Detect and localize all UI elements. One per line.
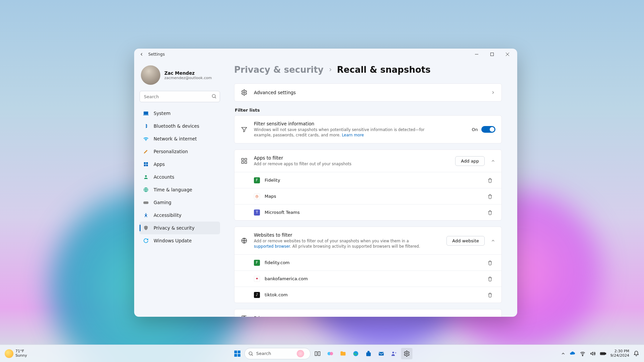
svg-rect-20 (234, 354, 237, 356)
maximize-button[interactable] (484, 49, 500, 60)
outlook-button[interactable] (375, 348, 387, 359)
back-button[interactable] (136, 49, 147, 60)
teams-button[interactable] (388, 348, 399, 359)
battery-tray-icon[interactable] (600, 350, 606, 357)
svg-rect-35 (601, 353, 604, 354)
sidebar-item-gaming[interactable]: Gaming (140, 196, 220, 209)
close-button[interactable] (500, 49, 515, 60)
weather-widget[interactable]: 71°F Sunny (0, 349, 27, 358)
sidebar-item-update[interactable]: Windows Update (140, 234, 220, 247)
sidebar-item-apps[interactable]: Apps (140, 158, 220, 171)
app-row: ◎ Maps (234, 188, 501, 204)
shield-icon (143, 225, 149, 231)
svg-rect-14 (245, 159, 247, 161)
bluetooth-icon (143, 123, 149, 129)
svg-point-11 (146, 213, 147, 214)
settings-taskbar-button[interactable] (401, 348, 412, 359)
svg-point-26 (330, 352, 333, 355)
avatar (141, 65, 160, 85)
svg-rect-18 (234, 350, 237, 353)
search-input[interactable] (140, 91, 220, 102)
chevron-up-icon[interactable] (491, 159, 495, 163)
svg-point-31 (406, 353, 408, 354)
taskbar-search[interactable]: Search (245, 348, 311, 359)
chevron-up-icon[interactable] (491, 238, 495, 243)
app-icon: F (254, 177, 260, 183)
svg-point-29 (392, 352, 394, 353)
learn-more-link[interactable]: Learn more (342, 133, 364, 137)
wifi-tray-icon[interactable] (580, 351, 586, 357)
breadcrumb-parent[interactable]: Privacy & security (234, 65, 324, 75)
filter-sensitive-card: Filter sensitive information Windows wil… (234, 115, 502, 143)
page-title: Recall & snapshots (337, 65, 431, 75)
task-view-button[interactable] (312, 348, 323, 359)
wifi-icon (143, 136, 149, 142)
search-highlight-icon (297, 350, 304, 357)
sensitive-toggle[interactable] (481, 126, 495, 133)
svg-rect-24 (318, 352, 320, 356)
window-title: Settings (148, 52, 165, 57)
laptop-icon (143, 110, 149, 116)
supported-browser-link[interactable]: supported browser (254, 244, 290, 249)
app-row: T Microsoft Teams (234, 204, 501, 220)
svg-rect-4 (143, 115, 149, 116)
minimize-button[interactable] (469, 49, 484, 60)
site-row: ✦ bankofamerica.com (234, 270, 501, 287)
chevron-right-icon (328, 67, 333, 72)
edge-button[interactable] (350, 348, 361, 359)
delete-button[interactable] (487, 210, 495, 215)
copilot-button[interactable] (324, 348, 336, 359)
chevron-right-icon (491, 90, 495, 95)
sidebar-item-personalization[interactable]: Personalization (140, 145, 220, 158)
section-filter-lists: Filter lists (235, 108, 502, 113)
globe-icon (240, 237, 248, 244)
profile-block[interactable]: Zac Mendez zacmendez@outlook.com (140, 63, 220, 89)
volume-tray-icon[interactable] (590, 351, 596, 357)
svg-point-30 (395, 352, 396, 353)
accessibility-icon (143, 212, 149, 218)
funnel-icon (240, 126, 248, 133)
sidebar-item-accounts[interactable]: Accounts (140, 171, 220, 183)
sidebar-item-network[interactable]: Network & internet (140, 132, 220, 145)
add-app-button[interactable]: Add app (455, 156, 485, 166)
svg-rect-5 (144, 162, 146, 164)
notifications-tray-icon[interactable] (633, 351, 639, 357)
gamepad-icon (143, 199, 149, 205)
explorer-button[interactable] (337, 348, 348, 359)
sidebar-item-privacy[interactable]: Privacy & security (140, 222, 220, 234)
book-icon (240, 315, 248, 317)
person-icon (143, 174, 149, 180)
svg-rect-7 (144, 165, 146, 166)
taskbar: 71°F Sunny Search 2:30 PM 9/24/2024 (0, 345, 644, 362)
breadcrumb: Privacy & security Recall & snapshots (234, 65, 502, 75)
advanced-settings-card[interactable]: Advanced settings (234, 83, 502, 102)
delete-button[interactable] (487, 276, 495, 282)
sidebar-item-bluetooth[interactable]: Bluetooth & devices (140, 120, 220, 132)
svg-point-9 (145, 175, 147, 177)
delete-button[interactable] (487, 260, 495, 265)
store-button[interactable] (363, 348, 374, 359)
tray-chevron-icon[interactable] (561, 351, 566, 356)
start-button[interactable] (232, 348, 243, 359)
svg-point-12 (244, 92, 245, 94)
title-bar: Settings (134, 49, 517, 60)
svg-point-32 (582, 355, 583, 356)
svg-rect-16 (245, 162, 247, 164)
clock[interactable]: 2:30 PM 9/24/2024 (610, 349, 629, 358)
delete-button[interactable] (487, 178, 495, 183)
site-row: ♪ tiktok.com (234, 287, 501, 303)
profile-name: Zac Mendez (164, 70, 212, 76)
sidebar-item-system[interactable]: System (140, 107, 220, 120)
toggle-state: On (472, 127, 478, 132)
globe-clock-icon (143, 187, 149, 193)
delete-button[interactable] (487, 194, 495, 199)
svg-rect-15 (242, 162, 244, 164)
delete-button[interactable] (487, 292, 495, 298)
site-icon: ♪ (254, 292, 260, 298)
privacy-resources-card[interactable]: Privacy resources (234, 309, 502, 317)
onedrive-tray-icon[interactable] (570, 351, 576, 357)
sun-icon (5, 349, 13, 358)
sidebar-item-accessibility[interactable]: Accessibility (140, 209, 220, 222)
sidebar-item-time[interactable]: Time & language (140, 183, 220, 196)
add-website-button[interactable]: Add website (446, 236, 485, 246)
